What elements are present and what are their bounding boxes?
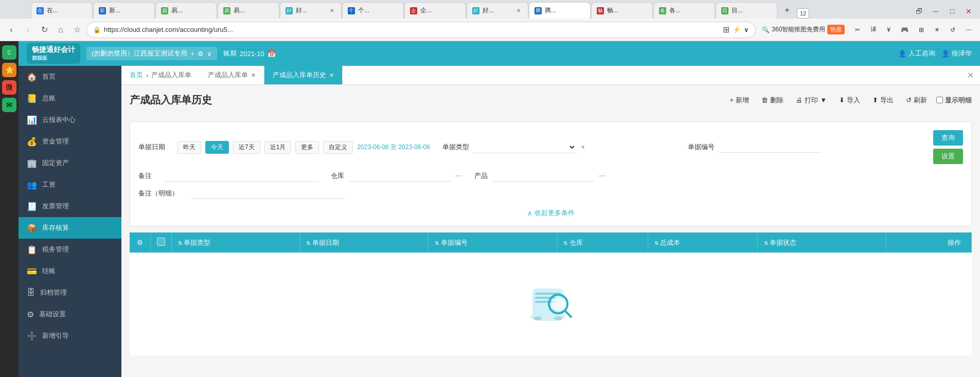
tab-close-hao2[interactable]: ✕ (514, 7, 523, 15)
delete-button[interactable]: 🗑 删除 (758, 94, 787, 107)
product-dots[interactable]: ··· (599, 171, 605, 181)
col-type[interactable]: ⇅ 单据类型 (171, 232, 300, 253)
back-button[interactable]: ‹ (4, 23, 19, 37)
page-tab-list-close[interactable]: ✕ (251, 72, 256, 79)
import-button[interactable]: ⬇ 导入 (836, 94, 863, 107)
customer-service[interactable]: 👤 人工咨询 (898, 49, 935, 58)
chanjet-icon[interactable]: C (2, 45, 16, 60)
col-warehouse[interactable]: ⇅ 仓库 (557, 232, 648, 253)
sidebar-item-basic[interactable]: ⚙ 基础设置 (19, 303, 121, 325)
tab-hao2[interactable]: 好 好... ✕ (467, 2, 528, 19)
sidebar-item-archive[interactable]: 🗄 归档管理 (19, 282, 121, 303)
tab-hao1[interactable]: 好 好... ✕ (280, 2, 342, 19)
scissors-tool[interactable]: ✂ (851, 23, 864, 37)
mail-icon[interactable]: ✉ (2, 98, 16, 112)
close-window-button[interactable]: ✕ (961, 4, 976, 19)
theme-tool[interactable]: ☀ (930, 23, 944, 37)
minimize-button[interactable]: ─ (929, 4, 943, 19)
page-tab-list[interactable]: 产成品入库单 ✕ (200, 66, 264, 84)
address-dropdown-icon[interactable]: ∨ (744, 26, 749, 33)
address-menu-icon[interactable]: ⊞ (723, 25, 729, 34)
page-tab-history[interactable]: 产成品入库单历史 ✕ (264, 66, 343, 84)
undo-tool[interactable]: ↺ (946, 23, 959, 37)
tab-mu[interactable]: 目 目... (716, 2, 777, 19)
product-filter-input[interactable] (492, 170, 595, 182)
restore-button[interactable]: 🗗 (912, 4, 926, 19)
custom-btn[interactable]: 自定义 (323, 141, 353, 154)
refresh-data-button[interactable]: ↺ 刷新 (903, 94, 930, 107)
number-filter-input[interactable] (719, 141, 822, 153)
orange-app-icon[interactable]: ⭐ (2, 63, 16, 77)
tab-ge[interactable]: 个 个... (342, 2, 404, 19)
warehouse-dots[interactable]: ··· (455, 171, 462, 181)
tab-ge2[interactable]: 各 各... (653, 2, 715, 19)
search-bar[interactable]: 🔍 360智能抠图免费用 热搜 (758, 23, 849, 37)
sidebar-item-home[interactable]: 🏠 首页 (19, 66, 121, 87)
home-button[interactable]: ⌂ (54, 23, 68, 37)
export-button[interactable]: ⬆ 导出 (869, 94, 897, 107)
sidebar-item-cloud-report[interactable]: 📊 云报表中心 (19, 109, 121, 131)
game-tool[interactable]: 🎮 (897, 23, 913, 37)
last7days-btn[interactable]: 近7天 (233, 141, 260, 154)
query-button[interactable]: 查询 (933, 130, 963, 146)
tab-qi[interactable]: 企 企... (404, 2, 466, 19)
grid-tool[interactable]: ⊞ (915, 23, 928, 37)
last1month-btn[interactable]: 近1月 (264, 141, 292, 154)
bookmark-button[interactable]: ☆ (70, 23, 84, 37)
collapse-button[interactable]: ∧ 收起更多条件 (527, 208, 575, 218)
company-selector[interactable]: (勿删勿禁用）江西服宝测试专用 + ⚙ ∨ (86, 47, 217, 60)
calendar-icon[interactable]: 📅 (268, 50, 276, 58)
tab-yi1[interactable]: 易 易... (155, 2, 217, 19)
col-check[interactable] (150, 232, 171, 253)
show-detail-checkbox[interactable] (936, 97, 943, 103)
col-date[interactable]: ⇅ 单据日期 (300, 232, 429, 253)
tab-chang[interactable]: 畅 畅... (591, 2, 653, 19)
today-btn[interactable]: 今天 (205, 141, 229, 154)
refresh-button[interactable]: ↻ (37, 23, 51, 37)
sidebar-item-salary[interactable]: 👥 工资 (19, 174, 121, 195)
sidebar-item-fund[interactable]: 💰 资金管理 (19, 131, 121, 152)
table-container: ⚙ ⇅ 单据类型 (130, 232, 972, 355)
bolt-icon[interactable]: ⚡ (733, 26, 741, 33)
tab-close-hao1[interactable]: ✕ (328, 7, 336, 15)
sidebar-item-ledger[interactable]: 📒 总账 (19, 87, 121, 109)
sidebar-item-fixed-assets[interactable]: 🏢 固定资产 (19, 152, 121, 174)
col-cost[interactable]: ⇅ 总成本 (648, 232, 757, 253)
sidebar-item-inventory[interactable]: 📦 库存核算 (19, 217, 121, 239)
tab-zai[interactable]: 在 在... (31, 2, 93, 19)
col-status[interactable]: ⇅ 单据状态 (757, 232, 886, 253)
type-filter-select[interactable] (473, 141, 576, 153)
more-tool[interactable]: ⋯ (961, 23, 976, 37)
tab-xin[interactable]: 新 新... (93, 2, 155, 19)
maximize-button[interactable]: □ (945, 4, 959, 19)
salary-sidebar-icon: 👥 (27, 180, 37, 190)
tab-teng[interactable]: 腾 腾... (529, 2, 591, 19)
settings-button[interactable]: 设置 (933, 149, 963, 164)
header-checkbox[interactable] (157, 238, 165, 246)
red-app-icon[interactable]: 微 (2, 80, 16, 95)
user-profile[interactable]: 👤 徐泽华 (941, 49, 972, 58)
content-close-button[interactable]: ✕ (961, 66, 980, 84)
remark-filter-input[interactable] (164, 170, 318, 182)
add-button[interactable]: + 新增 (727, 94, 753, 107)
new-tab-button[interactable]: + (778, 2, 796, 19)
sidebar-item-new-guide[interactable]: ➕ 新增引导 (19, 325, 121, 347)
sidebar-item-tax[interactable]: 📋 税务管理 (19, 239, 121, 260)
page-tab-history-close[interactable]: ✕ (329, 72, 334, 79)
address-bar[interactable]: 🔒 https://cloud.chanjet.com/accounting/u… (86, 22, 756, 38)
print-button[interactable]: 🖨 打印 ▼ (793, 94, 830, 107)
show-detail-checkbox-container[interactable]: 显示明细 (936, 96, 972, 105)
more-btn[interactable]: 更多 (295, 141, 319, 154)
detail-remark-input[interactable] (191, 188, 345, 199)
sidebar-item-invoice[interactable]: 🧾 发票管理 (19, 195, 121, 217)
col-number[interactable]: ⇅ 单据编号 (429, 232, 557, 253)
currency-tool[interactable]: ¥ (883, 23, 895, 37)
tab-yi2[interactable]: 易 易... (218, 2, 279, 19)
forward-button[interactable]: › (21, 23, 35, 37)
col-gear[interactable]: ⚙ (130, 232, 150, 253)
breadcrumb-home[interactable]: 首页 (130, 70, 143, 80)
yesterday-btn[interactable]: 昨天 (177, 141, 201, 154)
warehouse-filter-input[interactable] (348, 170, 451, 182)
sidebar-item-checkout[interactable]: 💳 结账 (19, 260, 121, 282)
translate-tool[interactable]: 译 (866, 23, 881, 37)
